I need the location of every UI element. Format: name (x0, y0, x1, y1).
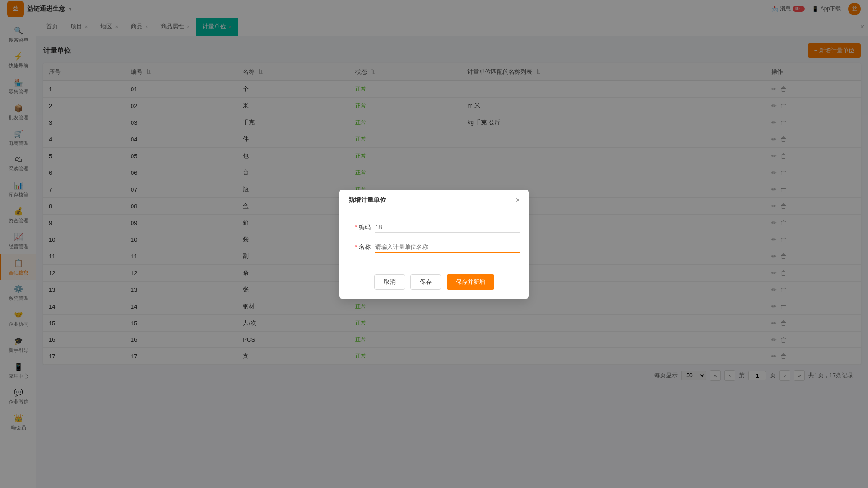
modal-body: 编码 名称 (339, 211, 529, 269)
save-button[interactable]: 保存 (410, 274, 441, 290)
modal-header: 新增计量单位 × (339, 190, 529, 211)
cancel-button[interactable]: 取消 (374, 274, 405, 290)
form-row-code: 编码 (348, 222, 520, 233)
modal-footer: 取消 保存 保存并新增 (339, 269, 529, 299)
save-and-new-button[interactable]: 保存并新增 (447, 274, 494, 290)
modal-close-button[interactable]: × (516, 197, 520, 204)
code-label: 编码 (348, 223, 375, 231)
form-row-name: 名称 (348, 242, 520, 253)
modal-title: 新增计量单位 (348, 196, 386, 204)
name-input[interactable] (375, 242, 520, 253)
name-label: 名称 (348, 243, 375, 251)
modal-overlay[interactable]: 新增计量单位 × 编码 名称 取消 保存 保存并新增 (0, 0, 868, 488)
add-unit-modal: 新增计量单位 × 编码 名称 取消 保存 保存并新增 (339, 190, 529, 299)
code-input[interactable] (375, 222, 520, 233)
